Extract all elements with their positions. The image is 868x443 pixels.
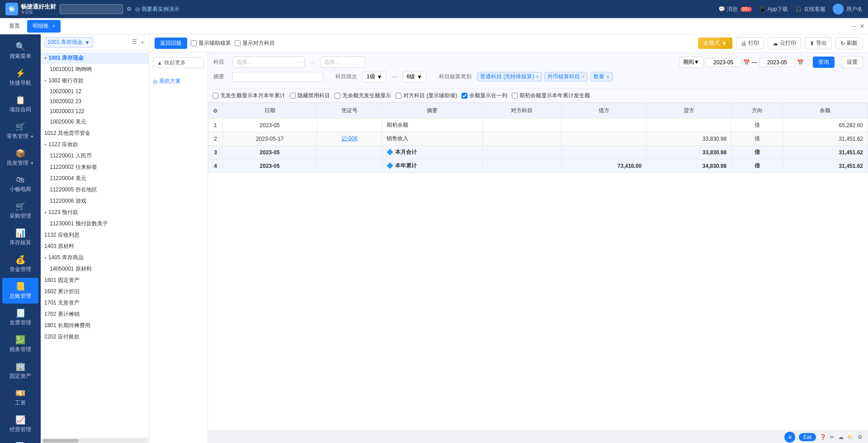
- user-area[interactable]: 用户名: [833, 4, 863, 14]
- sidebar-item-ledger[interactable]: 📒 总账管理: [2, 278, 38, 304]
- tag-close-2[interactable]: ×: [582, 74, 585, 79]
- tab-detail[interactable]: 明细账 ×: [27, 20, 61, 33]
- tree-item-1601[interactable]: 1601 固定资产: [41, 275, 149, 286]
- tree-item-10010001[interactable]: 10010001 哟哟哟: [41, 64, 149, 75]
- sidebar-item-purchase[interactable]: 🛒 采购管理: [2, 198, 38, 224]
- sidebar-item-project[interactable]: 📋 项目合同: [2, 91, 38, 117]
- cb-balance-col-label[interactable]: 余额显示在一列: [462, 92, 507, 100]
- tree-item-10020001[interactable]: 10020001 12: [41, 86, 149, 96]
- show-aux-checkbox-label[interactable]: 显示辅助核算: [191, 39, 231, 47]
- tree-item-1403[interactable]: 1403 原材料: [41, 241, 149, 252]
- period-from[interactable]: 2023-05: [705, 58, 741, 67]
- demo-link[interactable]: ◎ 我要看实例演示: [135, 5, 179, 13]
- show-opposite-checkbox[interactable]: [235, 40, 241, 46]
- cloud-print-button[interactable]: ☁ 云打印: [768, 37, 801, 49]
- sidebar-item-salary[interactable]: 💴 工资: [2, 385, 38, 410]
- sidebar-item-retail[interactable]: 🛒 零售管理 ▼: [2, 118, 38, 144]
- tree-item-1602[interactable]: 1602 累计折旧: [41, 286, 149, 297]
- cb-opening-label[interactable]: 期初余额显示本年累计发生额: [512, 92, 590, 100]
- query-button[interactable]: 查询: [813, 57, 835, 68]
- top-search-input[interactable]: [60, 4, 123, 14]
- tag-chevron-3[interactable]: ∨: [606, 74, 609, 79]
- show-opposite-checkbox-label[interactable]: 显示对方科目: [235, 39, 275, 47]
- scheme-item[interactable]: ◎ 系统方案: [153, 77, 204, 85]
- refresh-button[interactable]: ↻ 刷新: [835, 37, 863, 49]
- period-calendar-icon-2[interactable]: 📅: [797, 59, 804, 66]
- settings-bottom-icon[interactable]: ⚙: [858, 434, 863, 440]
- tree-item-11220002[interactable]: 11220002 往来标签: [41, 162, 149, 173]
- tree-item-11230001[interactable]: 11230001 预付款数美于: [41, 218, 149, 229]
- tree-item-14050001[interactable]: 14050001 原材料: [41, 263, 149, 275]
- cb-no-amount-label[interactable]: 无发生额显示本月本年累计: [212, 92, 285, 100]
- left-panel-scrollbar[interactable]: [41, 438, 149, 443]
- level-from-select[interactable]: 1级 ▼: [363, 71, 387, 82]
- sidebar-item-invoice[interactable]: 🧾 发票管理: [2, 305, 38, 330]
- sidebar-item-wholesale[interactable]: 📦 批发管理 ▼: [2, 145, 38, 171]
- tree-item-11220001[interactable]: 11220001 人民币: [41, 150, 149, 162]
- tab-minimize-icon[interactable]: ─: [852, 23, 856, 29]
- sidebar-item-search[interactable]: 🔍 搜索菜单: [2, 38, 38, 64]
- cb-balance-col[interactable]: [462, 93, 467, 99]
- back-old-version-button[interactable]: 返回旧版: [155, 38, 187, 49]
- online-service-button[interactable]: 🎧 在线客服: [795, 5, 826, 13]
- cb-hide-disabled[interactable]: [290, 93, 296, 99]
- period-type-select[interactable]: 期间▼: [679, 57, 703, 68]
- tree-item-1132[interactable]: 1132 应收利息: [41, 229, 149, 241]
- lang-btn[interactable]: Eat: [799, 433, 816, 441]
- tree-item-11220004[interactable]: 11220004 美元: [41, 173, 149, 184]
- tree-item-10020003[interactable]: 10020003 122: [41, 106, 149, 116]
- tree-item-1002[interactable]: ▾ 1002 银行存款: [41, 75, 149, 86]
- settings-icon[interactable]: ⚙: [127, 6, 132, 12]
- filter-icon[interactable]: ☰: [132, 38, 137, 46]
- tab-home[interactable]: 首页: [4, 20, 25, 33]
- tree-item-10020002[interactable]: 10020002 23: [41, 96, 149, 106]
- cloud-sync-icon[interactable]: ☁: [838, 434, 844, 440]
- tree-item-10020006[interactable]: 10020006 美元: [41, 116, 149, 128]
- cb-opening[interactable]: [512, 93, 518, 99]
- sidebar-item-inventory[interactable]: 📊 库存核算: [2, 224, 38, 250]
- collapse-button[interactable]: ▲ 收起更多: [153, 57, 204, 68]
- tag-foreign[interactable]: 外币核算科目 ×: [544, 72, 588, 81]
- message-button[interactable]: 💬 消息 99+: [718, 5, 752, 13]
- kemu-select[interactable]: 选择... ···: [232, 57, 305, 68]
- float-btn[interactable]: ≡: [784, 432, 795, 443]
- period-to[interactable]: 2023-05: [759, 58, 795, 67]
- level-to-select[interactable]: 6级 ▼: [403, 71, 427, 82]
- tag-quantity[interactable]: 数量 ∨: [590, 72, 613, 81]
- edit-icon[interactable]: ✏: [830, 434, 835, 440]
- kemu-badge[interactable]: 1001 库存现金 ▼: [44, 37, 93, 48]
- tree-item-1012[interactable]: 1012 其他货币资金: [41, 128, 149, 139]
- kemu-select-2[interactable]: 选择... ···: [320, 57, 365, 68]
- tree-item-1701[interactable]: 1701 无形资产: [41, 297, 149, 309]
- sidebar-item-quicknav[interactable]: ⚡ 快捷导航: [2, 65, 38, 91]
- sidebar-item-expense[interactable]: 📝 小畅报销: [2, 438, 38, 443]
- tab-close-all-icon[interactable]: ✕: [860, 23, 864, 29]
- th-gear[interactable]: ⚙: [208, 103, 223, 119]
- tag-normal[interactable]: 普通科目 (无特殊核算) ×: [477, 72, 542, 81]
- cb-opposite-label[interactable]: 对方科目 (显示辅助项): [396, 92, 457, 100]
- print-button[interactable]: 🖨 打印: [736, 37, 764, 49]
- cloud-icon-2[interactable]: ⛅: [847, 434, 854, 440]
- tree-item-11220005[interactable]: 11220005 所在地区: [41, 184, 149, 195]
- tree-item-1123[interactable]: ▾ 1123 预付款: [41, 207, 149, 218]
- sidebar-item-ecommerce[interactable]: 🛍 小畅电商: [2, 171, 38, 197]
- settings-button[interactable]: 设置: [842, 56, 863, 68]
- tag-close-1[interactable]: ×: [536, 74, 538, 79]
- export-button[interactable]: ⬆ 导出: [805, 37, 832, 49]
- sidebar-item-capital[interactable]: 💰 资金管理: [2, 251, 38, 277]
- sidebar-item-tax[interactable]: 💹 税务管理: [2, 331, 38, 357]
- show-aux-checkbox[interactable]: [191, 40, 197, 46]
- gold-format-button[interactable]: 金额式 ▼: [698, 38, 732, 49]
- tree-item-1702[interactable]: 1702 累计摊销: [41, 309, 149, 320]
- tree-item-1122[interactable]: ▾ 1122 应收款: [41, 139, 149, 150]
- period-calendar-icon[interactable]: 📅: [743, 59, 750, 66]
- sidebar-item-operation[interactable]: 📈 经营管理: [2, 411, 38, 437]
- tree-item-2202[interactable]: 2202 应付账款: [41, 331, 149, 343]
- cb-no-amount[interactable]: [212, 93, 218, 99]
- sidebar-item-assets[interactable]: 🏢 固定资产: [2, 358, 38, 384]
- tree-item-11220006[interactable]: 11220006 游戏: [41, 195, 149, 207]
- add-account-icon[interactable]: ＋: [140, 38, 145, 46]
- tree-item-1405[interactable]: ▾ 1405 库存商品: [41, 252, 149, 263]
- td-voucher-2[interactable]: 记-006: [317, 132, 382, 146]
- cb-no-balance[interactable]: [335, 93, 340, 99]
